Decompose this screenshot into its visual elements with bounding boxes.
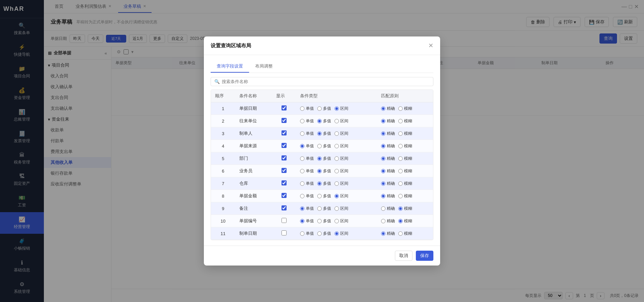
modal-row-condition-9[interactable]: 单值多值区间 bbox=[296, 215, 377, 227]
condition-radio-区间-3[interactable] bbox=[334, 144, 339, 148]
modal-row-show-5[interactable] bbox=[272, 165, 296, 177]
match-label-精确-4[interactable]: 精确 bbox=[381, 156, 395, 161]
show-checkbox-8[interactable] bbox=[281, 205, 287, 210]
condition-label-区间-3[interactable]: 区间 bbox=[334, 143, 348, 149]
modal-row-match-4[interactable]: 精确模糊 bbox=[377, 152, 433, 165]
modal-row-condition-7[interactable]: 单值多值区间 bbox=[296, 190, 377, 202]
condition-radio-多值-7[interactable] bbox=[317, 194, 322, 198]
modal-search-input[interactable] bbox=[222, 79, 430, 84]
condition-radio-单值-2[interactable] bbox=[300, 131, 304, 136]
condition-label-区间-10[interactable]: 区间 bbox=[334, 231, 348, 236]
match-radio-模糊-9[interactable] bbox=[398, 219, 403, 223]
modal-row-show-10[interactable] bbox=[272, 227, 296, 240]
match-label-精确-5[interactable]: 精确 bbox=[381, 168, 395, 174]
condition-radio-单值-0[interactable] bbox=[300, 106, 304, 111]
modal-row-show-1[interactable] bbox=[272, 115, 296, 127]
match-label-模糊-9[interactable]: 模糊 bbox=[398, 218, 412, 224]
modal-row-match-0[interactable]: 精确模糊 bbox=[377, 102, 433, 115]
condition-label-多值-10[interactable]: 多值 bbox=[317, 231, 331, 236]
condition-label-单值-1[interactable]: 单值 bbox=[300, 118, 314, 124]
match-radio-精确-2[interactable] bbox=[381, 131, 385, 136]
condition-label-单值-5[interactable]: 单值 bbox=[300, 168, 314, 174]
condition-label-多值-8[interactable]: 多值 bbox=[317, 206, 331, 211]
condition-radio-区间-8[interactable] bbox=[334, 206, 339, 211]
modal-row-condition-8[interactable]: 单值多值区间 bbox=[296, 202, 377, 215]
condition-label-区间-0[interactable]: 区间 bbox=[334, 106, 348, 111]
condition-radio-区间-1[interactable] bbox=[334, 119, 339, 123]
modal-row-match-6[interactable]: 精确模糊 bbox=[377, 177, 433, 190]
match-radio-模糊-0[interactable] bbox=[398, 106, 403, 111]
condition-radio-区间-10[interactable] bbox=[334, 231, 339, 236]
match-label-精确-0[interactable]: 精确 bbox=[381, 106, 395, 111]
condition-label-单值-9[interactable]: 单值 bbox=[300, 218, 314, 224]
modal-row-match-5[interactable]: 精确模糊 bbox=[377, 165, 433, 177]
condition-radio-单值-9[interactable] bbox=[300, 219, 304, 223]
match-label-精确-2[interactable]: 精确 bbox=[381, 131, 395, 136]
show-checkbox-6[interactable] bbox=[281, 180, 287, 185]
condition-radio-多值-8[interactable] bbox=[317, 206, 322, 211]
match-label-模糊-0[interactable]: 模糊 bbox=[398, 106, 412, 111]
condition-radio-区间-5[interactable] bbox=[334, 169, 339, 173]
modal-row-match-1[interactable]: 精确模糊 bbox=[377, 115, 433, 127]
match-radio-模糊-5[interactable] bbox=[398, 169, 403, 173]
match-radio-精确-10[interactable] bbox=[381, 231, 385, 236]
match-label-精确-10[interactable]: 精确 bbox=[381, 231, 395, 236]
match-label-模糊-2[interactable]: 模糊 bbox=[398, 131, 412, 136]
show-checkbox-1[interactable] bbox=[281, 118, 287, 123]
modal-save-button[interactable]: 保存 bbox=[416, 251, 433, 261]
condition-label-多值-3[interactable]: 多值 bbox=[317, 143, 331, 149]
modal-row-match-8[interactable]: 精确模糊 bbox=[377, 202, 433, 215]
condition-radio-多值-2[interactable] bbox=[317, 131, 322, 136]
modal-row-condition-10[interactable]: 单值多值区间 bbox=[296, 227, 377, 240]
match-radio-精确-5[interactable] bbox=[381, 169, 385, 173]
condition-label-单值-2[interactable]: 单值 bbox=[300, 131, 314, 136]
modal-tab-layout[interactable]: 布局调整 bbox=[249, 60, 279, 73]
match-label-精确-6[interactable]: 精确 bbox=[381, 181, 395, 186]
modal-row-show-4[interactable] bbox=[272, 152, 296, 165]
match-radio-精确-7[interactable] bbox=[381, 194, 385, 198]
modal-row-show-0[interactable] bbox=[272, 102, 296, 115]
condition-label-区间-5[interactable]: 区间 bbox=[334, 168, 348, 174]
show-checkbox-3[interactable] bbox=[281, 143, 287, 148]
condition-radio-单值-5[interactable] bbox=[300, 169, 304, 173]
modal-row-condition-1[interactable]: 单值多值区间 bbox=[296, 115, 377, 127]
modal-row-show-9[interactable] bbox=[272, 215, 296, 227]
match-label-模糊-10[interactable]: 模糊 bbox=[398, 231, 412, 236]
condition-radio-区间-0[interactable] bbox=[334, 106, 339, 111]
condition-label-多值-6[interactable]: 多值 bbox=[317, 181, 331, 186]
condition-label-单值-0[interactable]: 单值 bbox=[300, 106, 314, 111]
modal-row-condition-5[interactable]: 单值多值区间 bbox=[296, 165, 377, 177]
match-label-模糊-5[interactable]: 模糊 bbox=[398, 168, 412, 174]
condition-radio-单值-6[interactable] bbox=[300, 181, 304, 186]
show-checkbox-10[interactable] bbox=[281, 230, 287, 235]
show-checkbox-4[interactable] bbox=[281, 155, 287, 160]
match-radio-模糊-8[interactable] bbox=[398, 206, 403, 211]
condition-label-单值-10[interactable]: 单值 bbox=[300, 231, 314, 236]
condition-radio-多值-0[interactable] bbox=[317, 106, 322, 111]
condition-radio-单值-7[interactable] bbox=[300, 194, 304, 198]
match-label-模糊-4[interactable]: 模糊 bbox=[398, 156, 412, 161]
modal-row-match-3[interactable]: 精确模糊 bbox=[377, 140, 433, 152]
match-radio-模糊-3[interactable] bbox=[398, 144, 403, 148]
match-label-精确-3[interactable]: 精确 bbox=[381, 143, 395, 149]
match-label-模糊-6[interactable]: 模糊 bbox=[398, 181, 412, 186]
match-label-模糊-8[interactable]: 模糊 bbox=[398, 206, 412, 211]
match-radio-精确-9[interactable] bbox=[381, 219, 385, 223]
condition-label-单值-6[interactable]: 单值 bbox=[300, 181, 314, 186]
modal-tab-fields[interactable]: 查询字段设置 bbox=[211, 60, 249, 73]
show-checkbox-9[interactable] bbox=[281, 218, 287, 223]
condition-label-单值-7[interactable]: 单值 bbox=[300, 193, 314, 199]
modal-row-condition-2[interactable]: 单值多值区间 bbox=[296, 127, 377, 140]
match-radio-模糊-4[interactable] bbox=[398, 156, 403, 161]
condition-radio-多值-6[interactable] bbox=[317, 181, 322, 186]
condition-label-多值-0[interactable]: 多值 bbox=[317, 106, 331, 111]
condition-radio-单值-8[interactable] bbox=[300, 206, 304, 211]
condition-label-区间-8[interactable]: 区间 bbox=[334, 206, 348, 211]
condition-radio-多值-9[interactable] bbox=[317, 219, 322, 223]
show-checkbox-7[interactable] bbox=[281, 193, 287, 198]
modal-overlay[interactable]: 设置查询区域布局 ✕ 查询字段设置 布局调整 🔍 bbox=[0, 0, 644, 302]
match-radio-模糊-2[interactable] bbox=[398, 131, 403, 136]
modal-row-show-3[interactable] bbox=[272, 140, 296, 152]
condition-label-多值-1[interactable]: 多值 bbox=[317, 118, 331, 124]
match-radio-模糊-6[interactable] bbox=[398, 181, 403, 186]
